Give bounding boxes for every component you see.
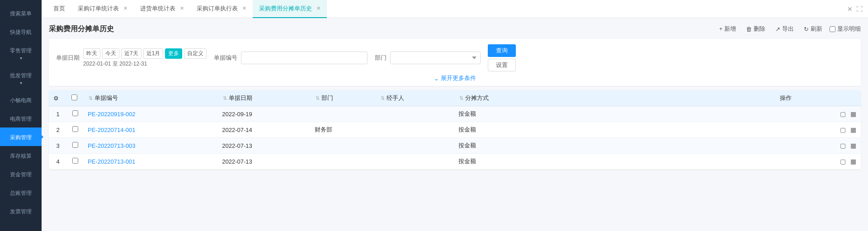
add-button[interactable]: + 新增 [717, 24, 739, 34]
tab-incoming-stats[interactable]: 进货单统计表 ✕ [134, 0, 190, 18]
row-checkbox-cell [67, 122, 83, 138]
export-button[interactable]: ↗ 导出 [773, 24, 797, 34]
date-btn-today[interactable]: 今天 [102, 48, 119, 59]
date-range-text: 2022-01-01 至 2022-12-31 [83, 60, 207, 68]
cell-ops: ▢ ▦ [775, 106, 861, 122]
data-table-wrap: ⚙ ⇅ 单据编号 ⇅ 单据日期 [49, 90, 861, 170]
date-shortcuts: 昨天 今天 近7天 近1月 更多 自定义 [83, 48, 207, 59]
more-ops-icon[interactable]: ▦ [850, 142, 856, 149]
doc-no-link[interactable]: PE-20220714-001 [88, 127, 136, 133]
edit-icon[interactable]: ▢ [840, 110, 846, 118]
sidebar-item-purchase-mgmt[interactable]: 采购管理 [0, 127, 42, 146]
cell-doc-no: PE-20220919-002 [83, 106, 217, 122]
cell-doc-no: PE-20220713-003 [83, 138, 217, 154]
doc-no-input[interactable] [241, 52, 368, 64]
date-btn-yesterday[interactable]: 昨天 [83, 48, 100, 59]
tab-close-purchase-order-exec[interactable]: ✕ [242, 5, 246, 11]
dept-label: 部门 [375, 54, 387, 62]
cell-doc-date: 2022-09-19 [217, 106, 310, 122]
tab-purchase-order-stats[interactable]: 采购订单统计表 ✕ [71, 0, 134, 18]
query-button[interactable]: 查询 [488, 44, 516, 57]
cell-handler [375, 106, 454, 122]
select-all-checkbox[interactable] [71, 94, 77, 100]
search-actions-group: 查询 设置 [488, 44, 516, 71]
row-checkbox-cell [67, 106, 83, 122]
edit-icon[interactable]: ▢ [840, 142, 846, 149]
sidebar-item-inventory[interactable]: 库存核算 [0, 146, 42, 165]
th-doc-date[interactable]: ⇅ 单据日期 [217, 90, 310, 106]
close-window-icon[interactable]: ✕ [847, 5, 853, 13]
table-row: 2 PE-20220714-001 2022-07-14 财务部 按金额 ▢ ▦ [49, 122, 861, 138]
sort-icon-dept: ⇅ [316, 95, 320, 101]
edit-icon[interactable]: ▢ [840, 158, 846, 165]
table-row: 3 PE-20220713-003 2022-07-13 按金额 ▢ ▦ [49, 138, 861, 154]
cell-ops: ▢ ▦ [775, 154, 861, 170]
display-cols-checkbox[interactable] [830, 26, 835, 32]
more-ops-icon[interactable]: ▦ [850, 158, 856, 165]
page-title: 采购费用分摊单历史 [49, 24, 114, 34]
cell-split-method: 按金额 [454, 138, 775, 154]
row-checkbox[interactable] [72, 126, 78, 132]
tab-close-purchase-cost-history[interactable]: ✕ [316, 5, 321, 11]
more-ops-icon[interactable]: ▦ [850, 126, 856, 133]
tab-purchase-order-exec[interactable]: 采购订单执行表 ✕ [190, 0, 253, 18]
doc-no-link[interactable]: PE-20220919-002 [88, 111, 136, 118]
sidebar-item-ecom-mgmt[interactable]: 电商管理 [0, 109, 42, 127]
th-ops: 操作 [775, 90, 861, 106]
sidebar-item-invoice-mgmt[interactable]: 发票管理 [0, 202, 42, 220]
th-gear[interactable]: ⚙ [49, 90, 67, 106]
sidebar-item-wholesale-mgmt[interactable]: 批发管理 ▾ [0, 66, 42, 90]
tab-purchase-cost-history[interactable]: 采购费用分摊单历史 ✕ [253, 0, 327, 18]
refresh-button[interactable]: ↻ 刷新 [801, 24, 825, 34]
page-content: 采购费用分摊单历史 + 新增 🗑 删除 ↗ 导出 ↻ 刷新 [42, 18, 868, 231]
cell-split-method: 按金额 [454, 122, 775, 138]
cell-ops: ▢ ▦ [775, 138, 861, 154]
sidebar-item-finance-mgmt[interactable]: 资金管理 [0, 165, 42, 183]
main-area: 首页 采购订单统计表 ✕ 进货单统计表 ✕ 采购订单执行表 ✕ 采购费用分摊单历… [42, 0, 868, 231]
row-checkbox[interactable] [72, 110, 78, 116]
display-cols-toggle[interactable]: 显示明细 [830, 25, 861, 33]
doc-no-link[interactable]: PE-20220713-001 [88, 158, 136, 165]
date-field-group: 昨天 今天 近7天 近1月 更多 自定义 2022-01-01 至 2022-1… [83, 48, 207, 68]
row-num: 2 [49, 122, 67, 138]
table-row: 1 PE-20220919-002 2022-09-19 按金额 ▢ ▦ [49, 106, 861, 122]
maximize-window-icon[interactable]: ⛶ [856, 5, 863, 13]
delete-icon: 🗑 [746, 26, 752, 33]
tab-home[interactable]: 首页 [47, 0, 71, 18]
table-header-row: ⚙ ⇅ 单据编号 ⇅ 单据日期 [49, 90, 861, 106]
date-btn-custom[interactable]: 自定义 [184, 48, 207, 59]
sidebar-item-retail-mgmt[interactable]: 零售管理 ▾ [0, 41, 42, 66]
doc-no-search-field: 单据编号 [214, 52, 368, 64]
row-checkbox[interactable] [72, 142, 78, 148]
dept-select[interactable]: 财务部 [390, 52, 481, 64]
sidebar-item-quick-nav[interactable]: 快捷导航 [0, 22, 42, 41]
th-handler[interactable]: ⇅ 经手人 [375, 90, 454, 106]
setting-button[interactable]: 设置 [488, 59, 516, 71]
th-checkbox [67, 90, 83, 106]
th-doc-no[interactable]: ⇅ 单据编号 [83, 90, 217, 106]
sort-icon-doc-date: ⇅ [223, 95, 227, 101]
gear-icon[interactable]: ⚙ [53, 95, 59, 102]
doc-no-label: 单据编号 [214, 54, 237, 62]
th-split-method[interactable]: ⇅ 分摊方式 [454, 90, 775, 106]
expand-row: ⌄ 展开更多条件 [56, 74, 854, 82]
date-btn-7days[interactable]: 近7天 [121, 48, 142, 59]
export-icon: ↗ [775, 26, 780, 33]
row-checkbox[interactable] [72, 158, 78, 164]
header-actions: + 新增 🗑 删除 ↗ 导出 ↻ 刷新 显示明细 [717, 24, 861, 34]
doc-no-link[interactable]: PE-20220713-003 [88, 142, 136, 149]
tab-close-purchase-order-stats[interactable]: ✕ [123, 5, 127, 11]
sidebar-item-general-ledger[interactable]: 总账管理 [0, 183, 42, 202]
delete-button[interactable]: 🗑 删除 [743, 24, 768, 34]
date-btn-1month[interactable]: 近1月 [143, 48, 164, 59]
tab-close-incoming-stats[interactable]: ✕ [180, 5, 184, 11]
expand-conditions-button[interactable]: ⌄ 展开更多条件 [434, 74, 476, 82]
more-ops-icon[interactable]: ▦ [850, 110, 856, 118]
date-btn-more[interactable]: 更多 [165, 48, 182, 59]
row-checkbox-cell [67, 154, 83, 170]
cell-split-method: 按金额 [454, 154, 775, 170]
th-dept[interactable]: ⇅ 部门 [310, 90, 375, 106]
edit-icon[interactable]: ▢ [840, 126, 846, 133]
sidebar-item-mobile-ecom[interactable]: 小畅电商 [0, 90, 42, 109]
sidebar-item-search-menu[interactable]: 搜索菜单 [0, 4, 42, 22]
